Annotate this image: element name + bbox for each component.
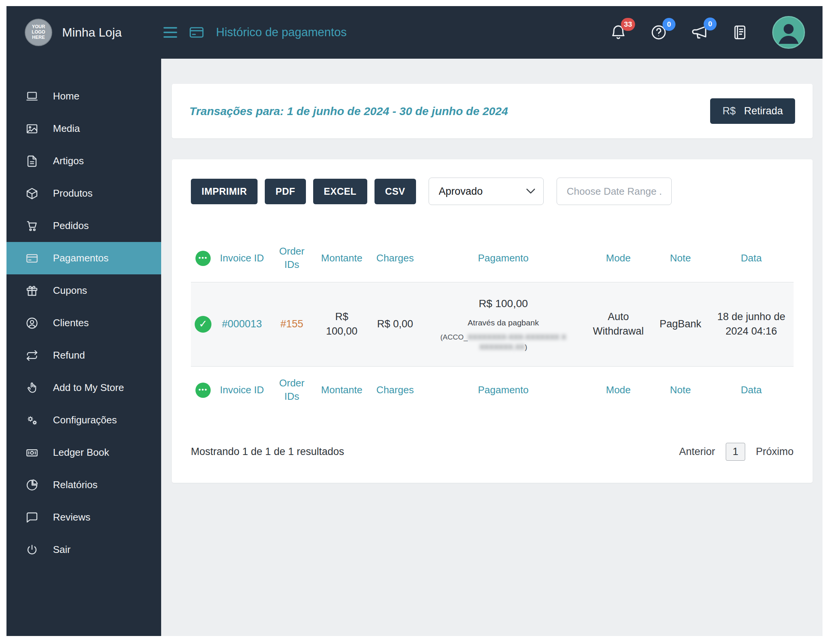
order-ids-cell: #155 [269, 282, 315, 367]
footer-header-invoice-id: Invoice ID [215, 366, 269, 408]
help-button[interactable]: 0 [650, 24, 667, 41]
journal-icon [732, 24, 749, 41]
footer-header-mode: Mode [585, 366, 652, 408]
mode-cell: Auto Withdrawal [585, 282, 652, 367]
withdraw-currency: R$ [722, 105, 736, 117]
sidebar-item-sair[interactable]: Sair [6, 533, 161, 566]
sidebar-item-pagamentos[interactable]: Pagamentos [6, 242, 161, 274]
column-header-pagamento: Pagamento [422, 240, 585, 282]
table-footer-header-row: ••• Invoice ID Order IDs Montante Charge… [191, 366, 794, 408]
sidebar-item-media[interactable]: Media [6, 112, 161, 145]
store-name: Minha Loja [62, 26, 122, 40]
footer-header-order-ids: Order IDs [269, 366, 315, 408]
payment-via: Através da pagbank [426, 317, 581, 328]
current-page-button[interactable]: 1 [726, 443, 745, 461]
sidebar-item-label: Cupons [53, 285, 87, 296]
sidebar-item-label: Sair [53, 544, 70, 556]
store-logo-text: YOUR LOGO HERE [30, 24, 47, 40]
table-footer: Mostrando 1 de 1 de 1 resultados Anterio… [191, 443, 794, 461]
content-area: Transações para: 1 de junho de 2024 - 30… [161, 59, 823, 636]
status-filter-select[interactable]: Aprovado [429, 178, 544, 205]
sidebar-item-ledger-book[interactable]: Ledger Book [6, 436, 161, 469]
sidebar-item-label: Ledger Book [53, 447, 109, 458]
montante-cell: R$ 100,00 [315, 282, 368, 367]
check-circle-icon: ✓ [195, 316, 211, 333]
ledger-icon [26, 446, 38, 459]
sidebar-item-produtos[interactable]: Produtos [6, 177, 161, 210]
sidebar-item-configuracoes[interactable]: Configurações [6, 404, 161, 436]
page-head: Histórico de pagamentos [163, 24, 347, 40]
column-header-charges: Charges [368, 240, 422, 282]
footer-header-data: Data [709, 366, 794, 408]
invoice-id-cell: #000013 [215, 282, 269, 367]
sidebar-item-label: Relatórios [53, 479, 98, 491]
status-filter: Aprovado [429, 178, 544, 205]
print-button[interactable]: IMPRIMIR [191, 179, 258, 204]
withdraw-button[interactable]: R$ Retirada [710, 98, 795, 124]
invoice-id-link[interactable]: #000013 [222, 318, 262, 330]
sidebar-item-label: Artigos [53, 155, 84, 167]
previous-page-button[interactable]: Anterior [679, 446, 715, 458]
column-header-note: Note [652, 240, 709, 282]
sidebar-item-reviews[interactable]: Reviews [6, 501, 161, 533]
charges-cell: R$ 0,00 [368, 282, 422, 367]
avatar-icon [773, 17, 804, 48]
date-cell: 18 de junho de 2024 04:16 [709, 282, 794, 367]
page-title: Histórico de pagamentos [216, 26, 347, 39]
payments-table-card: IMPRIMIR PDF EXCEL CSV Aprovado [172, 159, 813, 483]
user-avatar[interactable] [772, 16, 805, 49]
sidebar-item-label: Add to My Store [53, 382, 124, 394]
column-header-invoice-id: Invoice ID [215, 240, 269, 282]
sidebar-item-clientes[interactable]: Clientes [6, 307, 161, 339]
orders-icon [26, 219, 38, 232]
sidebar-item-relatorios[interactable]: Relatórios [6, 469, 161, 501]
column-header-mode: Mode [585, 240, 652, 282]
media-icon [26, 122, 38, 135]
app-body: Home Media Artigos Produtos Pedidos Paga [6, 59, 823, 636]
sidebar-item-refund[interactable]: Refund [6, 339, 161, 372]
next-page-button[interactable]: Próximo [756, 446, 794, 458]
footer-header-charges: Charges [368, 366, 422, 408]
payments-table: ••• Invoice ID Order IDs Montante Charge… [191, 240, 794, 408]
notifications-badge: 33 [621, 18, 635, 31]
pagination: Anterior 1 Próximo [679, 443, 794, 461]
sidebar-toggle[interactable] [163, 27, 177, 38]
reviews-icon [26, 511, 38, 524]
notifications-button[interactable]: 33 [610, 24, 627, 41]
reports-icon [26, 479, 38, 492]
sidebar-item-cupons[interactable]: Cupons [6, 274, 161, 307]
table-row: ✓ #000013 #155 R$ 100,00 R$ 0,00 R$ 100,… [191, 282, 794, 367]
pagamento-cell: R$ 100,00 Através da pagbank (ACCO_XXXXX… [422, 282, 585, 367]
columns-toggle-icon-footer: ••• [195, 383, 211, 398]
order-id-link[interactable]: #155 [280, 318, 303, 330]
columns-toggle-icon: ••• [195, 251, 211, 266]
pdf-button[interactable]: PDF [265, 179, 306, 204]
sidebar-item-home[interactable]: Home [6, 80, 161, 112]
store-brand[interactable]: YOUR LOGO HERE Minha Loja [25, 19, 155, 46]
sidebar-item-label: Pagamentos [53, 252, 109, 264]
sidebar-item-pedidos[interactable]: Pedidos [6, 210, 161, 242]
store-logo: YOUR LOGO HERE [25, 19, 52, 46]
sidebar-item-label: Clientes [53, 317, 89, 329]
announcements-badge: 0 [704, 18, 717, 30]
excel-button[interactable]: EXCEL [313, 179, 367, 204]
csv-button[interactable]: CSV [374, 179, 416, 204]
sidebar-item-label: Home [53, 90, 79, 102]
journal-button[interactable] [732, 24, 749, 41]
transactions-header-card: Transações para: 1 de junho de 2024 - 30… [172, 84, 813, 138]
sidebar-item-add-to-my-store[interactable]: Add to My Store [6, 372, 161, 404]
sidebar-item-label: Produtos [53, 187, 93, 199]
settings-icon [26, 414, 38, 427]
footer-header-note: Note [652, 366, 709, 408]
customers-icon [26, 317, 38, 330]
date-range-input[interactable] [557, 178, 672, 205]
payment-account: (ACCO_XXXXXXXX-XXX-XXXXXXX XXXXXXXX.XX) [439, 332, 568, 352]
sidebar-item-artigos[interactable]: Artigos [6, 145, 161, 177]
note-cell: PagBank [652, 282, 709, 367]
results-summary: Mostrando 1 de 1 de 1 resultados [191, 446, 344, 458]
footer-header-pagamento: Pagamento [422, 366, 585, 408]
sidebar-item-label: Reviews [53, 511, 90, 523]
table-toolbar: IMPRIMIR PDF EXCEL CSV Aprovado [191, 178, 794, 205]
payment-amount: R$ 100,00 [426, 296, 581, 311]
announcements-button[interactable]: 0 [691, 24, 708, 41]
